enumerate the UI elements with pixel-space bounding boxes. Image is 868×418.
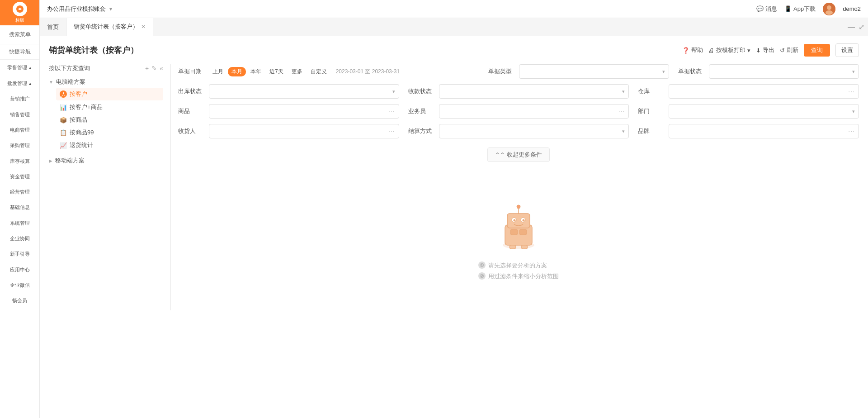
topbar-dropdown-icon[interactable]: ▾	[109, 6, 112, 12]
sidebar-item-marketing-label: 营销推广	[10, 95, 30, 102]
scheme-item-goods99[interactable]: 📋 按商品99	[56, 127, 163, 138]
sidebar-item-newbie[interactable]: 新手引导	[0, 246, 39, 261]
svg-rect-14	[519, 229, 527, 235]
empty-tip-2: ② 用过滤条件来缩小分析范围	[478, 272, 559, 280]
dept-select[interactable]: ▾	[669, 104, 859, 119]
minimize-icon[interactable]: —	[848, 23, 855, 31]
tab-home-label: 首页	[47, 23, 59, 31]
goods-select[interactable]: ···	[209, 104, 399, 119]
scheme-item-customer[interactable]: 人 按客户	[56, 88, 163, 100]
scheme-item-name-customer-goods: 按客户+商品	[70, 103, 103, 111]
sidebar-item-purchase[interactable]: 采购管理	[0, 138, 39, 153]
main-area: 办公用品行业模拟账套 ▾ 💬 消息 📱 App下载 demo2 首页	[40, 0, 868, 418]
brand-select[interactable]: ···	[669, 124, 859, 138]
date-tab-custom[interactable]: 自定义	[307, 67, 330, 76]
type-chevron-icon: ▾	[662, 69, 665, 75]
sidebar-item-appcenter[interactable]: 应用中心	[0, 262, 39, 277]
collapse-label: 收起更多条件	[507, 151, 542, 159]
app-logo[interactable]: 标版	[0, 0, 39, 25]
svg-point-12	[517, 205, 520, 209]
sidebar-item-wholesale[interactable]: 批发管理	[0, 76, 39, 91]
filter-item-dept: 部门 ▾	[638, 104, 859, 119]
sidebar-item-basic[interactable]: 基础信息	[0, 200, 39, 215]
scheme-actions: + ✎ «	[145, 65, 163, 72]
receiver-dots[interactable]: ···	[388, 128, 395, 135]
username-label: demo2	[843, 5, 861, 12]
sidebar-item-inventory[interactable]: 库存核算	[0, 153, 39, 169]
refresh-btn[interactable]: ↺ 刷新	[780, 46, 798, 54]
page-content: 销货单统计表（按客户） ❓ 帮助 🖨 按模板打印 ▾ ⬇ 导出 ↺ 刷新	[40, 36, 868, 418]
staff-select[interactable]: ···	[439, 104, 629, 119]
tip-num-2: ②	[478, 272, 486, 280]
help-btn[interactable]: ❓ 帮助	[682, 46, 703, 54]
warehouse-label: 仓库	[638, 87, 665, 95]
payment-select[interactable]: ▾	[439, 124, 629, 138]
type-label: 单据类型	[488, 67, 515, 76]
goods-dots[interactable]: ···	[388, 108, 395, 115]
status-select[interactable]: ▾	[709, 64, 859, 79]
sidebar-item-wechat[interactable]: 企业微信	[0, 277, 39, 293]
sidebar-item-sales[interactable]: 销售管理	[0, 107, 39, 122]
sidebar-item-finance[interactable]: 资金管理	[0, 169, 39, 184]
outstatus-label: 出库状态	[178, 87, 205, 95]
date-tab-thismonth[interactable]: 本月	[228, 67, 246, 76]
print-btn[interactable]: 🖨 按模板打印 ▾	[708, 46, 750, 54]
paystatus-label: 收款状态	[408, 87, 435, 95]
filter-row-4: 收货人 ··· 结算方式 ▾	[178, 124, 859, 138]
warehouse-select[interactable]: ···	[669, 84, 859, 99]
app-download-btn[interactable]: 📱 App下载	[784, 5, 816, 13]
sidebar-item-purchase-label: 采购管理	[10, 142, 30, 148]
query-btn[interactable]: 查询	[804, 44, 830, 57]
topbar: 办公用品行业模拟账套 ▾ 💬 消息 📱 App下载 demo2	[40, 0, 868, 18]
receiver-select[interactable]: ···	[209, 124, 399, 138]
sidebar-item-operation[interactable]: 经营管理	[0, 184, 39, 200]
brand-dots[interactable]: ···	[848, 128, 855, 135]
staff-dots[interactable]: ···	[618, 108, 625, 115]
filter-item-date: 单据日期 上月 本月 本年 近7天 更多 自定义 2023-03-01 至 20…	[178, 67, 479, 76]
payment-label: 结算方式	[408, 127, 435, 135]
date-tab-thisyear[interactable]: 本年	[247, 67, 265, 76]
warehouse-dots[interactable]: ···	[848, 88, 855, 95]
date-tab-lastmonth[interactable]: 上月	[209, 67, 227, 76]
search-menu-label[interactable]: 搜索菜单	[5, 29, 34, 40]
scheme-edit-btn[interactable]: ✎	[151, 65, 157, 72]
tab-sales-stats[interactable]: 销货单统计表（按客户） ✕	[66, 18, 153, 36]
sidebar-item-enterprise[interactable]: 企业协同	[0, 231, 39, 246]
tab-home[interactable]: 首页	[40, 18, 66, 36]
sidebar-item-system[interactable]: 系统管理	[0, 215, 39, 231]
scheme-item-goods[interactable]: 📦 按商品	[56, 114, 163, 126]
scheme-item-icon-customer: 人	[60, 90, 67, 98]
paystatus-select[interactable]: ▾	[439, 84, 629, 99]
scheme-collapse-btn[interactable]: «	[160, 65, 163, 72]
scheme-item-return[interactable]: 📈 退货统计	[56, 139, 163, 151]
scheme-item-customer-goods[interactable]: 📊 按客户+商品	[56, 101, 163, 113]
print-dropdown-icon[interactable]: ▾	[747, 47, 750, 54]
maximize-icon[interactable]: ⤢	[859, 23, 864, 31]
date-tab-more[interactable]: 更多	[288, 67, 306, 76]
tab-close-icon[interactable]: ✕	[141, 24, 146, 30]
sidebar-item-member[interactable]: 畅会员	[0, 293, 39, 308]
sidebar-search-section: 搜索菜单	[0, 25, 39, 44]
sidebar-item-retail[interactable]: 零售管理	[0, 60, 39, 76]
scheme-add-btn[interactable]: +	[145, 65, 149, 72]
message-btn[interactable]: 💬 消息	[756, 5, 777, 13]
export-label: 导出	[763, 46, 774, 54]
query-filters: 单据日期 上月 本月 本年 近7天 更多 自定义 2023-03-01 至 20…	[171, 64, 859, 310]
outstatus-select[interactable]: ▾	[209, 84, 399, 99]
sidebar-item-marketing[interactable]: 营销推广	[0, 91, 39, 106]
scheme-mobile-group-header[interactable]: ▶ 移动端方案	[49, 155, 163, 166]
scheme-desktop-group-header[interactable]: ▼ 电脑端方案	[49, 76, 163, 88]
scheme-item-name-goods99: 按商品99	[70, 128, 94, 137]
shortcut-nav-label[interactable]: 快捷导航	[5, 46, 34, 57]
export-btn[interactable]: ⬇ 导出	[756, 46, 774, 54]
sidebar-item-ecommerce[interactable]: 电商管理	[0, 122, 39, 138]
settings-label: 设置	[841, 46, 853, 54]
settings-btn[interactable]: 设置	[835, 43, 859, 57]
topbar-left: 办公用品行业模拟账套 ▾	[47, 5, 112, 13]
date-tab-7days[interactable]: 近7天	[266, 67, 287, 76]
user-avatar[interactable]	[823, 3, 835, 15]
svg-point-10	[523, 219, 525, 222]
collapse-btn[interactable]: ⌃⌃ 收起更多条件	[487, 147, 550, 162]
empty-tip-1: ① 请先选择要分析的方案	[478, 261, 559, 270]
type-select[interactable]: ▾	[519, 64, 669, 79]
